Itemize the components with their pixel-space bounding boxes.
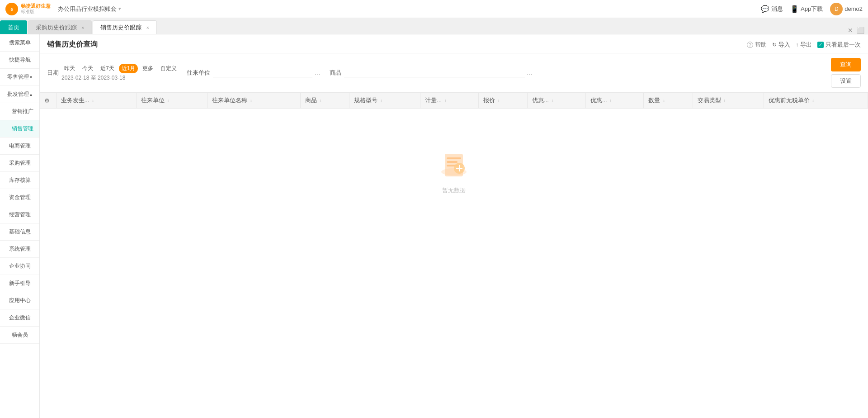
tab-sales-history[interactable]: 销售历史价跟踪 × bbox=[93, 20, 156, 34]
maximize-btn[interactable]: ⬜ bbox=[857, 27, 864, 34]
date-buttons: 昨天 今天 近7天 近1月 更多 自定义 bbox=[61, 64, 179, 73]
table-head: ⚙ 业务发生... ↕ 往来单位 ↕ 往来单位名称 ↕ bbox=[40, 93, 868, 109]
th-quote[interactable]: 报价 ↕ bbox=[478, 93, 527, 109]
user-area[interactable]: D demo2 bbox=[830, 3, 863, 15]
sidebar-item-basic-info[interactable]: 基础信息 bbox=[0, 223, 39, 241]
chevron-down-icon: ▾ bbox=[118, 6, 121, 12]
gear-icon: ⚙ bbox=[44, 97, 50, 104]
sort-icon-discount1: ↕ bbox=[552, 98, 554, 103]
product-input-wrap: ... bbox=[344, 68, 534, 77]
logo-area: 6 畅捷通好生意 标准版 bbox=[5, 3, 51, 15]
svg-rect-4 bbox=[447, 157, 461, 159]
logo-text: 畅捷通好生意 标准版 bbox=[21, 3, 51, 14]
sidebar-item-new-guide[interactable]: 新手引导 bbox=[0, 275, 39, 292]
svg-rect-5 bbox=[447, 161, 458, 163]
product-filter: 商品 ... bbox=[330, 68, 534, 77]
data-table: ⚙ 业务发生... ↕ 往来单位 ↕ 往来单位名称 ↕ bbox=[40, 93, 868, 231]
sort-icon-pre-discount-price: ↕ bbox=[812, 98, 814, 103]
export-icon: ↑ bbox=[796, 42, 798, 48]
th-discount1[interactable]: 优惠... ↕ bbox=[528, 93, 586, 109]
phone-icon: 📱 bbox=[790, 5, 799, 13]
date-btn-1month[interactable]: 近1月 bbox=[119, 64, 138, 73]
chat-icon: 💬 bbox=[761, 5, 769, 13]
sidebar-item-system-mgmt[interactable]: 系统管理 bbox=[0, 241, 39, 258]
sidebar-item-member[interactable]: 畅会员 bbox=[0, 327, 39, 344]
query-button[interactable]: 查询 bbox=[831, 58, 861, 71]
date-btn-today[interactable]: 今天 bbox=[80, 64, 96, 73]
date-btn-custom[interactable]: 自定义 bbox=[158, 64, 179, 73]
th-partner-code[interactable]: 往来单位 ↕ bbox=[136, 93, 207, 109]
table-header-row: ⚙ 业务发生... ↕ 往来单位 ↕ 往来单位名称 ↕ bbox=[40, 93, 868, 109]
logo-icon: 6 bbox=[5, 3, 18, 15]
chevron-up-icon: ▴ bbox=[30, 92, 32, 97]
sort-icon-spec: ↕ bbox=[380, 98, 382, 103]
empty-state: 暂无数据 bbox=[40, 109, 868, 231]
sidebar-item-search-menu[interactable]: 搜索菜单 bbox=[0, 34, 39, 52]
sort-icon-quote: ↕ bbox=[497, 98, 500, 103]
partner-picker-btn[interactable]: ... bbox=[312, 69, 322, 77]
sort-icon-trade-type: ↕ bbox=[723, 98, 726, 103]
th-discount2[interactable]: 优惠... ↕ bbox=[585, 93, 644, 109]
tab-home[interactable]: 首页 bbox=[0, 20, 27, 34]
th-trade-type[interactable]: 交易类型 ↕ bbox=[693, 93, 764, 109]
date-btn-more[interactable]: 更多 bbox=[140, 64, 156, 73]
date-filter: 日期 昨天 今天 近7天 近1月 更多 自定义 2023-02-18 至 202… bbox=[47, 64, 179, 82]
app-download-action[interactable]: 📱 App下载 bbox=[790, 5, 823, 13]
sidebar-item-retail-mgmt[interactable]: 零售管理 ▾ bbox=[0, 69, 39, 86]
close-window-btn[interactable]: ✕ bbox=[848, 27, 853, 34]
sort-icon-quantity: ↕ bbox=[663, 98, 665, 103]
message-action[interactable]: 💬 消息 bbox=[761, 5, 783, 13]
th-product[interactable]: 商品 ↕ bbox=[300, 93, 349, 109]
import-action[interactable]: ↻ 导入 bbox=[772, 41, 790, 49]
top-bar: 6 畅捷通好生意 标准版 办公用品行业模拟账套 ▾ 💬 消息 📱 App下载 D… bbox=[0, 0, 868, 18]
th-biz-date[interactable]: 业务发生... ↕ bbox=[56, 93, 136, 109]
th-settings[interactable]: ⚙ bbox=[40, 93, 56, 109]
sort-icon-biz-date: ↕ bbox=[92, 98, 94, 103]
product-picker-btn[interactable]: ... bbox=[525, 69, 534, 77]
sidebar-item-wholesale-mgmt[interactable]: 批发管理 ▴ bbox=[0, 86, 39, 103]
filter-row: 日期 昨天 今天 近7天 近1月 更多 自定义 2023-02-18 至 202… bbox=[47, 58, 861, 88]
date-range-display: 2023-02-18 至 2023-03-18 bbox=[61, 74, 179, 82]
sidebar-item-enterprise-wechat[interactable]: 企业微信 bbox=[0, 309, 39, 327]
last-once-checkbox[interactable]: ✓ 只看最后一次 bbox=[817, 41, 861, 49]
sidebar-item-marketing[interactable]: 营销推广 bbox=[0, 103, 39, 120]
th-unit[interactable]: 计量... ↕ bbox=[420, 93, 479, 109]
sidebar-item-quick-nav[interactable]: 快捷导航 bbox=[0, 52, 39, 69]
sidebar-item-sales-mgmt[interactable]: 销售管理 bbox=[0, 120, 39, 138]
sidebar-item-finance-mgmt[interactable]: 资金管理 bbox=[0, 189, 39, 206]
settings-button[interactable]: 设置 bbox=[831, 74, 861, 88]
close-tab-purchase-icon[interactable]: × bbox=[81, 25, 84, 30]
close-tab-sales-icon[interactable]: × bbox=[146, 25, 149, 30]
partner-filter: 往来单位 ... bbox=[187, 68, 322, 77]
product-input[interactable] bbox=[344, 68, 525, 77]
sidebar-item-operations-mgmt[interactable]: 经营管理 bbox=[0, 206, 39, 223]
tab-bar-actions: ✕ ⬜ bbox=[848, 27, 868, 34]
th-quantity[interactable]: 数量 ↕ bbox=[644, 93, 693, 109]
th-pre-discount-price[interactable]: 优惠前无税单价 ↕ bbox=[764, 93, 868, 109]
action-buttons: 查询 设置 bbox=[831, 58, 861, 88]
date-btn-yesterday[interactable]: 昨天 bbox=[61, 64, 78, 73]
tab-purchase-history[interactable]: 采购历史价跟踪 × bbox=[28, 20, 92, 34]
th-spec[interactable]: 规格型号 ↕ bbox=[349, 93, 420, 109]
main-layout: 搜索菜单 快捷导航 零售管理 ▾ 批发管理 ▴ 营销推广 销售管理 电商管理 采… bbox=[0, 34, 868, 418]
th-partner-name[interactable]: 往来单位名称 ↕ bbox=[208, 93, 301, 109]
sort-icon-discount2: ↕ bbox=[609, 98, 612, 103]
sidebar-item-app-center[interactable]: 应用中心 bbox=[0, 292, 39, 309]
sort-icon-unit: ↕ bbox=[444, 98, 447, 103]
sidebar-item-ecommerce-mgmt[interactable]: 电商管理 bbox=[0, 138, 39, 155]
svg-text:6: 6 bbox=[10, 7, 13, 12]
partner-input[interactable] bbox=[213, 68, 312, 77]
avatar: D bbox=[830, 3, 843, 15]
sidebar-item-enterprise-collab[interactable]: 企业协同 bbox=[0, 258, 39, 275]
sidebar-item-inventory[interactable]: 库存核算 bbox=[0, 172, 39, 189]
help-action[interactable]: ? 帮助 bbox=[747, 41, 767, 49]
chevron-down-icon: ▾ bbox=[30, 75, 32, 80]
content-area: 销售历史价查询 ? 帮助 ↻ 导入 ↑ 导出 ✓ 只看最后一次 bbox=[40, 34, 868, 418]
date-btn-7days[interactable]: 近7天 bbox=[98, 64, 117, 73]
sort-icon-partner-code: ↕ bbox=[167, 98, 170, 103]
sidebar-item-purchase-mgmt[interactable]: 采购管理 bbox=[0, 155, 39, 172]
table-body: 暂无数据 bbox=[40, 109, 868, 231]
app-selector[interactable]: 办公用品行业模拟账套 ▾ bbox=[54, 3, 125, 15]
sort-icon-product: ↕ bbox=[320, 98, 322, 103]
export-action[interactable]: ↑ 导出 bbox=[796, 41, 812, 49]
